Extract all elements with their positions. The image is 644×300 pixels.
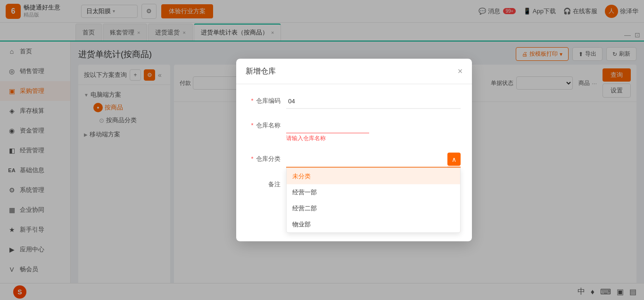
code-input[interactable]: [286, 94, 461, 109]
modal-header: 新增仓库 ×: [236, 59, 472, 84]
modal-body: * 仓库编码 * 仓库名称 请输入仓库名称 * 仓库分类: [236, 84, 472, 211]
modal-close-button[interactable]: ×: [458, 67, 463, 76]
name-input[interactable]: [286, 118, 369, 133]
name-field-row: * 仓库名称 请输入仓库名称: [248, 118, 461, 142]
category-arrow-icon[interactable]: ∧: [447, 153, 461, 166]
new-warehouse-modal: 新增仓库 × * 仓库编码 * 仓库名称 请输入仓库名称: [236, 59, 472, 242]
category-field-row: * 仓库分类 ∧ 未分类 经营一部 经营二部 物业部: [248, 152, 461, 168]
category-dropdown: ∧ 未分类 经营一部 经营二部 物业部: [286, 152, 461, 168]
code-field-row: * 仓库编码: [248, 94, 461, 109]
dropdown-item-dept1[interactable]: 经营一部: [287, 184, 460, 200]
name-label: * 仓库名称: [248, 118, 281, 130]
modal-title: 新增仓库: [246, 67, 276, 76]
dropdown-item-uncategorized[interactable]: 未分类: [287, 168, 460, 184]
category-label: * 仓库分类: [248, 152, 281, 163]
category-dropdown-list: 未分类 经营一部 经营二部 物业部: [286, 168, 461, 233]
remark-label: 备注: [248, 177, 281, 189]
category-input[interactable]: [286, 152, 447, 167]
dropdown-item-dept2[interactable]: 经营二部: [287, 200, 460, 217]
dropdown-item-property[interactable]: 物业部: [287, 217, 460, 233]
name-error-msg: 请输入仓库名称: [286, 134, 461, 142]
code-label: * 仓库编码: [248, 94, 281, 105]
